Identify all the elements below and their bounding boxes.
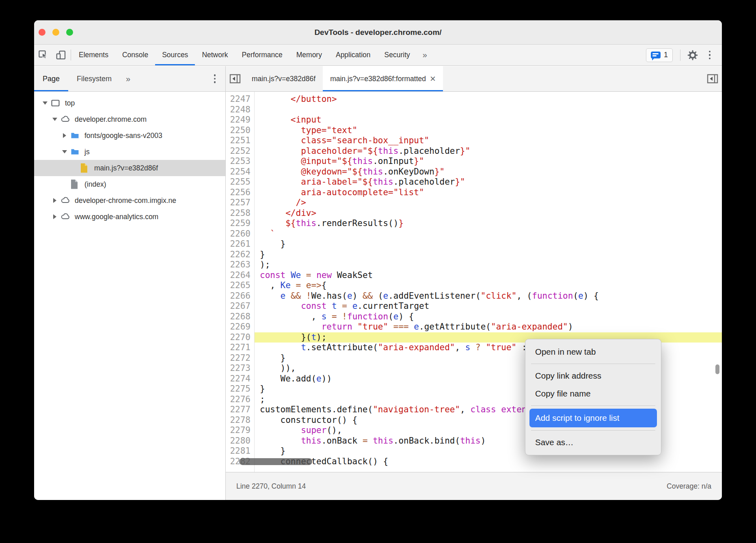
issues-button[interactable]: 1 [646,48,673,62]
line-number[interactable]: 2277 [226,405,254,415]
line-number[interactable]: 2257 [226,198,254,208]
line-number[interactable]: 2259 [226,218,254,229]
close-tab-icon[interactable]: × [430,74,436,84]
vertical-scrollbar-thumb[interactable] [715,364,719,374]
line-number[interactable]: 2261 [226,239,254,250]
code-line[interactable]: /> [255,198,722,208]
editor-tab-1[interactable]: main.js?v=e382d86f:formatted× [323,66,443,91]
code-line[interactable] [255,105,722,115]
line-number[interactable]: 2264 [226,270,254,281]
tree-item--index-[interactable]: (index) [34,176,225,192]
line-number[interactable]: 2251 [226,136,254,146]
tree-item-top[interactable]: top [34,95,225,111]
line-number[interactable]: 2252 [226,146,254,157]
code-line[interactable]: return "true" === e.getAttribute("aria-e… [255,322,722,332]
line-number[interactable]: 2263 [226,260,254,270]
tree-item-fonts-google-sans-v2003[interactable]: fonts/google-sans-v2003 [34,127,225,144]
code-line[interactable]: ` [255,229,722,239]
code-line[interactable]: aria-autocomplete="list" [255,187,722,198]
code-line[interactable]: } [255,239,722,250]
tree-collapsed-arrow[interactable] [50,198,60,203]
line-number[interactable]: 2276 [226,394,254,405]
code-line[interactable]: placeholder="${this.placeholder}" [255,146,722,157]
code-line[interactable]: </div> [255,208,722,219]
panel-tab-security[interactable]: Security [378,45,417,65]
code-line[interactable]: } [255,250,722,260]
tree-expanded-arrow[interactable] [40,101,50,105]
line-number[interactable]: 2269 [226,322,254,332]
code-line[interactable]: const t = e.currentTarget [255,301,722,312]
code-line[interactable]: @input="${this.onInput}" [255,156,722,167]
code-line[interactable]: class="search-box__input" [255,136,722,146]
line-number[interactable]: 2278 [226,415,254,426]
line-number[interactable]: 2267 [226,301,254,312]
line-number[interactable]: 2273 [226,363,254,374]
line-number[interactable]: 2280 [226,436,254,446]
tree-item-developer-chrome-com[interactable]: developer.chrome.com [34,111,225,127]
panel-tab-application[interactable]: Application [329,45,378,65]
tree-item-developer-chrome-com-imgix-ne[interactable]: developer-chrome-com.imgix.ne [34,192,225,209]
toggle-navigator-button[interactable] [226,66,244,91]
line-number[interactable]: 2249 [226,115,254,125]
sidebar-tab-page[interactable]: Page [34,66,68,91]
panel-tab-memory[interactable]: Memory [289,45,329,65]
code-line[interactable]: , Ke = e=>{ [255,280,722,291]
code-line[interactable]: aria-label="${this.placeholder}" [255,177,722,187]
line-number[interactable]: 2279 [226,425,254,436]
line-number[interactable]: 2256 [226,187,254,198]
line-number[interactable]: 2274 [226,374,254,384]
panel-tab-sources[interactable]: Sources [155,45,195,65]
toggle-debugger-sidebar-button[interactable] [703,66,722,91]
minimize-window-button[interactable] [52,29,59,36]
menu-item-copy-file-name[interactable]: Copy file name [525,385,661,403]
line-number[interactable]: 2271 [226,343,254,353]
line-number[interactable]: 2253 [226,156,254,167]
tree-expanded-arrow[interactable] [50,118,60,121]
horizontal-scrollbar-thumb[interactable] [239,458,312,465]
sidebar-tab-filesystem[interactable]: Filesystem [68,66,120,91]
line-number[interactable]: 2270 [226,332,254,343]
line-number[interactable]: 2265 [226,280,254,291]
line-number[interactable]: 2281 [226,446,254,457]
code-line[interactable]: ); [255,260,722,270]
code-line[interactable]: connectedCallback() { [255,457,722,467]
close-window-button[interactable] [39,29,45,36]
more-panels-button[interactable]: » [417,45,433,65]
inspect-element-button[interactable] [34,45,52,65]
panel-tab-console[interactable]: Console [115,45,155,65]
line-number[interactable]: 2275 [226,384,254,394]
line-number[interactable]: 2258 [226,208,254,219]
code-line[interactable]: const We = new WeakSet [255,270,722,281]
tree-item-main-js-v-e382d86f[interactable]: main.js?v=e382d86f [34,160,225,176]
line-number[interactable]: 2254 [226,167,254,177]
code-line[interactable]: , s = !function(e) { [255,312,722,322]
code-line[interactable]: ${this.renderResults()} [255,218,722,229]
tree-collapsed-arrow[interactable] [50,214,60,219]
line-number[interactable]: 2268 [226,312,254,322]
code-line[interactable]: @keydown="${this.onKeyDown}" [255,167,722,177]
panel-tab-network[interactable]: Network [195,45,235,65]
device-toolbar-button[interactable] [52,45,70,65]
maximize-window-button[interactable] [66,29,73,36]
tree-item-www-google-analytics-com[interactable]: www.google-analytics.com [34,209,225,225]
tree-expanded-arrow[interactable] [59,150,70,153]
sidebar-more-tabs-button[interactable]: » [120,66,136,91]
tree-collapsed-arrow[interactable] [59,133,70,138]
settings-button[interactable] [684,50,702,61]
line-number[interactable]: 2250 [226,125,254,136]
line-number[interactable]: 2255 [226,177,254,187]
code-line[interactable]: e && !We.has(e) && (e.addEventListener("… [255,291,722,302]
line-number[interactable]: 2262 [226,250,254,260]
line-number[interactable]: 2247 [226,94,254,105]
menu-item-add-script-to-ignore-list[interactable]: Add script to ignore list [529,409,657,427]
line-number[interactable]: 2266 [226,291,254,302]
sidebar-menu-button[interactable] [207,66,223,91]
menu-item-save-as-[interactable]: Save as… [525,433,661,451]
panel-tab-performance[interactable]: Performance [235,45,289,65]
line-number[interactable]: 2272 [226,353,254,364]
panel-tab-elements[interactable]: Elements [72,45,115,65]
devtools-menu-button[interactable] [702,51,718,60]
editor-tab-0[interactable]: main.js?v=e382d86f [244,66,323,91]
menu-item-open-in-new-tab[interactable]: Open in new tab [525,343,661,361]
menu-item-copy-link-address[interactable]: Copy link address [525,367,661,385]
